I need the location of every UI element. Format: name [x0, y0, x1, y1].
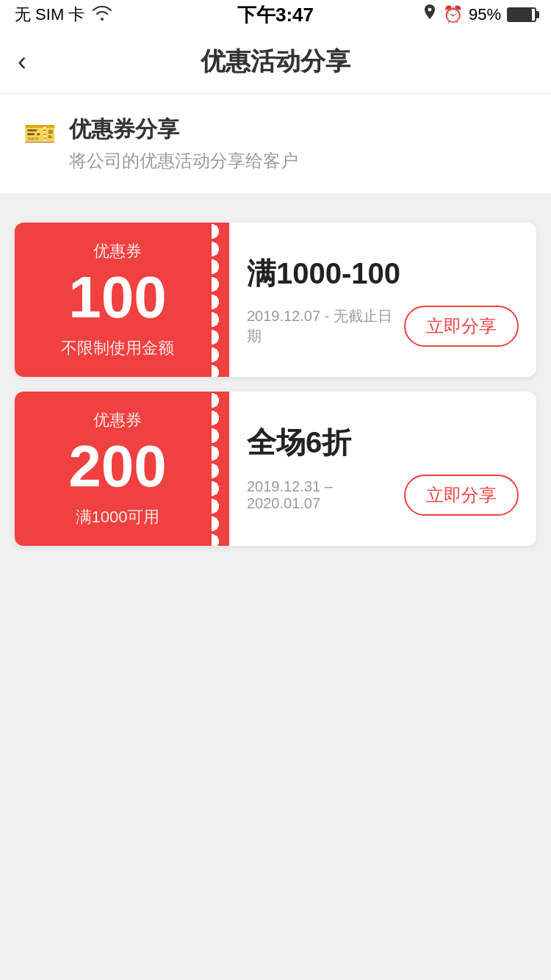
back-button[interactable]: ‹ [18, 48, 26, 75]
coupon-type-2: 优惠券 [93, 409, 142, 431]
coupon-card-2: 优惠券 200 满1000可用 全场6折 2019.12.31 – 2020.0… [15, 392, 536, 546]
status-right: ⏰ 95% [422, 4, 536, 25]
coupon-left-1: 优惠券 100 不限制使用金额 [15, 223, 220, 377]
coupon-share-icon: 🎫 [22, 116, 57, 151]
coupon-right-1: 满1000-100 2019.12.07 - 无截止日期 立即分享 [220, 223, 536, 377]
coupon-condition-2: 满1000可用 [76, 506, 160, 528]
share-button-2[interactable]: 立即分享 [404, 475, 519, 516]
share-button-1[interactable]: 立即分享 [404, 306, 519, 347]
coupon-amount-2: 200 [68, 437, 166, 496]
coupon-right-2: 全场6折 2019.12.31 – 2020.01.07 立即分享 [220, 392, 536, 546]
status-time: 下午3:47 [237, 2, 314, 28]
carrier-text: 无 SIM 卡 [15, 4, 84, 26]
status-bar: 无 SIM 卡 下午3:47 ⏰ 95% [0, 0, 551, 29]
section-subtitle: 将公司的优惠活动分享给客户 [69, 149, 298, 173]
coupon-bottom-2: 2019.12.31 – 2020.01.07 立即分享 [247, 475, 519, 516]
nav-title: 优惠活动分享 [201, 45, 350, 79]
section-text: 优惠券分享 将公司的优惠活动分享给客户 [69, 115, 298, 173]
battery-text: 95% [469, 5, 501, 24]
alarm-icon: ⏰ [443, 5, 463, 24]
section-title: 优惠券分享 [69, 115, 298, 145]
coupon-bottom-1: 2019.12.07 - 无截止日期 立即分享 [247, 306, 519, 347]
battery-icon [507, 7, 536, 22]
coupon-name-2: 全场6折 [247, 422, 519, 463]
coupon-name-1: 满1000-100 [247, 253, 519, 294]
coupon-card: 优惠券 100 不限制使用金额 满1000-100 2019.12.07 - 无… [15, 223, 536, 377]
nav-bar: ‹ 优惠活动分享 [0, 29, 551, 94]
coupon-condition-1: 不限制使用金额 [61, 337, 174, 359]
coupon-date-1: 2019.12.07 - 无截止日期 [247, 306, 404, 346]
status-left: 无 SIM 卡 [15, 4, 112, 26]
coupon-amount-1: 100 [68, 268, 166, 327]
main-content: 优惠券 100 不限制使用金额 满1000-100 2019.12.07 - 无… [0, 223, 551, 737]
gray-gap [0, 193, 551, 208]
section-header: 🎫 优惠券分享 将公司的优惠活动分享给客户 [0, 94, 551, 193]
coupon-type-1: 优惠券 [93, 240, 142, 262]
wifi-icon [92, 4, 112, 25]
coupon-list: 优惠券 100 不限制使用金额 满1000-100 2019.12.07 - 无… [0, 223, 551, 568]
location-icon [422, 4, 437, 25]
coupon-left-2: 优惠券 200 满1000可用 [15, 392, 220, 546]
coupon-date-2: 2019.12.31 – 2020.01.07 [247, 478, 404, 512]
